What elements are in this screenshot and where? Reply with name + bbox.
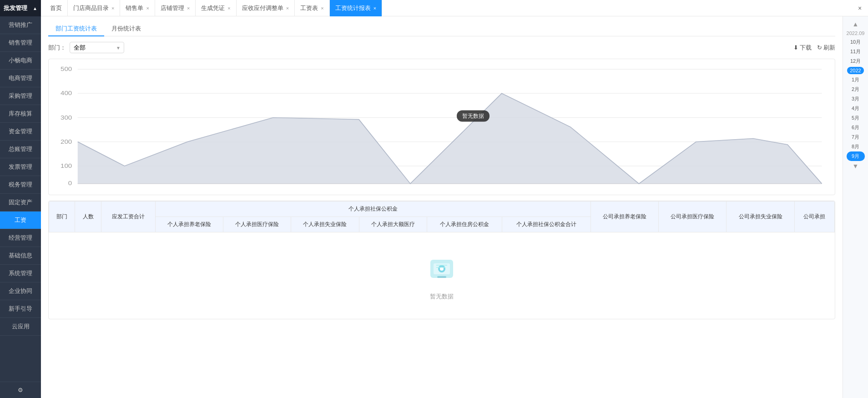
sidebar-item-gdzc[interactable]: 固定资产	[0, 194, 41, 212]
sub-tab-month[interactable]: 月份统计表	[104, 22, 148, 36]
svg-text:300: 300	[61, 115, 72, 121]
sidebar-item-jcxx[interactable]: 基础信息	[0, 247, 41, 265]
timeline-month-aug[interactable]: 8月	[847, 142, 865, 151]
empty-illustration	[424, 251, 460, 287]
svg-rect-17	[437, 276, 446, 278]
table-wrapper: 部门 人数 应发工资合计 个人承担社保公积金 公司承担养老保险 公司承担医疗保险…	[48, 201, 835, 319]
timeline-month-apr[interactable]: 4月	[847, 104, 865, 113]
tab-close-ar-ap[interactable]: ×	[286, 5, 289, 11]
sub-tab-dept[interactable]: 部门工资统计表	[48, 22, 104, 36]
dept-select-wrapper: 全部	[70, 42, 124, 53]
page-content: 部门工资统计表 月份统计表 部门： 全部 ⬇ 下载	[41, 16, 843, 398]
sidebar-item-yyyp[interactable]: 云应用	[0, 318, 41, 336]
no-data-tooltip: 暂无数据	[457, 111, 490, 122]
th-personal-housing: 个人承担住房公积金	[427, 217, 502, 232]
svg-marker-12	[78, 93, 822, 183]
th-company-medical: 公司承担医疗保险	[659, 202, 727, 232]
timeline-panel: ▲ 2022.09 10月 11月 12月 2022 1月 2月 3月 4月 5…	[843, 16, 868, 398]
payroll-table: 部门 人数 应发工资合计 个人承担社保公积金 公司承担养老保险 公司承担医疗保险…	[49, 201, 835, 319]
th-personal-medical: 个人承担医疗保险	[223, 217, 291, 232]
sidebar-settings[interactable]: ⚙	[0, 382, 41, 398]
table-empty-row: 暂无数据	[49, 232, 835, 319]
th-company-pension: 公司承担养老保险	[590, 202, 658, 232]
timeline-month-mar[interactable]: 3月	[847, 94, 865, 104]
th-company-unemp: 公司承担失业保险	[727, 202, 794, 232]
th-personal-group: 个人承担社保公积金	[155, 202, 590, 217]
tab-close-sales[interactable]: ×	[146, 5, 149, 11]
dept-select[interactable]: 全部	[70, 42, 124, 53]
sidebar-header[interactable]: 批发管理 ▲	[0, 0, 41, 16]
main-area: 首页 门店商品目录 × 销售单 × 店铺管理 × 生成凭证 × 应收应付调整单 …	[41, 0, 868, 398]
th-personal-major: 个人承担大额医疗	[359, 217, 427, 232]
sidebar-item-zzgl[interactable]: 总账管理	[0, 141, 41, 158]
svg-text:200: 200	[61, 139, 72, 145]
refresh-icon: ↻	[817, 44, 822, 51]
timeline-month-feb[interactable]: 2月	[847, 85, 865, 94]
tab-sales[interactable]: 销售单 ×	[120, 0, 155, 16]
area-chart: 500 400 300 200 100 0	[56, 66, 828, 187]
tab-voucher[interactable]: 生成凭证 ×	[196, 0, 236, 16]
timeline-month-jun[interactable]: 6月	[847, 123, 865, 132]
tab-close-payroll-report[interactable]: ×	[373, 5, 376, 11]
sidebar-item-xsyd[interactable]: 新手引导	[0, 300, 41, 318]
sidebar-item-xtgl[interactable]: 系统管理	[0, 265, 41, 282]
timeline-month-sep[interactable]: 9月	[847, 151, 865, 161]
tab-close-store-mgmt[interactable]: ×	[187, 5, 190, 11]
timeline-month-oct[interactable]: 10月	[847, 37, 865, 47]
tab-home[interactable]: 首页	[45, 0, 68, 16]
svg-text:0: 0	[68, 180, 72, 186]
timeline-month-dec[interactable]: 12月	[847, 56, 865, 66]
download-icon: ⬇	[793, 44, 798, 51]
timeline-up-nav[interactable]: ▲	[851, 19, 860, 29]
tab-ar-ap[interactable]: 应收应付调整单 ×	[237, 0, 295, 16]
tab-close-all-button[interactable]: ×	[855, 4, 864, 13]
sidebar-collapse-icon[interactable]: ▲	[33, 6, 37, 11]
tab-close-payroll[interactable]: ×	[321, 5, 323, 11]
timeline-down-nav[interactable]: ▼	[851, 161, 860, 171]
tab-close-store-catalog[interactable]: ×	[111, 5, 114, 11]
sidebar-item-fpgl[interactable]: 发票管理	[0, 158, 41, 176]
svg-text:400: 400	[61, 91, 72, 96]
sidebar-item-jygl[interactable]: 经营管理	[0, 229, 41, 247]
refresh-button[interactable]: ↻ 刷新	[817, 44, 835, 52]
th-total: 应发工资合计	[101, 202, 155, 232]
th-personal-total: 个人承担社保公积金合计	[502, 217, 590, 232]
sidebar-item-yxtt[interactable]: 营销推广	[0, 16, 41, 34]
content-area: 部门工资统计表 月份统计表 部门： 全部 ⬇ 下载	[41, 16, 868, 398]
toolbar-row: 部门： 全部 ⬇ 下载 ↻ 刷新	[48, 42, 835, 53]
empty-state: 暂无数据	[49, 232, 835, 319]
sidebar-item-qyxt[interactable]: 企业协同	[0, 282, 41, 300]
sidebar-item-cggl[interactable]: 采购管理	[0, 87, 41, 105]
timeline-month-may[interactable]: 5月	[847, 113, 865, 123]
sidebar-item-xsgl[interactable]: 销售管理	[0, 34, 41, 52]
tab-bar-right: ×	[855, 4, 864, 13]
tab-payroll-report[interactable]: 工资统计报表 ×	[330, 0, 382, 16]
sidebar-title: 批发管理	[4, 4, 27, 12]
timeline-month-jan[interactable]: 1月	[847, 75, 865, 85]
svg-text:100: 100	[61, 163, 72, 169]
sidebar-item-xcdsc[interactable]: 小畅电商	[0, 52, 41, 70]
toolbar-left: 部门： 全部	[48, 42, 124, 53]
timeline-month-jul[interactable]: 7月	[847, 132, 865, 142]
toolbar-right: ⬇ 下载 ↻ 刷新	[793, 44, 835, 52]
gear-icon: ⚙	[18, 387, 23, 393]
download-button[interactable]: ⬇ 下载	[793, 44, 812, 52]
sidebar-item-gz[interactable]: 工资	[0, 212, 41, 229]
tab-payroll[interactable]: 工资表 ×	[295, 0, 329, 16]
sidebar-item-dscgl[interactable]: 电商管理	[0, 70, 41, 87]
th-count: 人数	[75, 202, 101, 232]
th-personal-pension: 个人承担养老保险	[155, 217, 223, 232]
svg-text:500: 500	[61, 66, 72, 72]
th-personal-unemp: 个人承担失业保险	[291, 217, 359, 232]
sidebar-item-swgl[interactable]: 税务管理	[0, 176, 41, 194]
tab-store-mgmt[interactable]: 店铺管理 ×	[155, 0, 196, 16]
timeline-year-badge-2022: 2022	[847, 67, 863, 74]
tab-bar: 首页 门店商品目录 × 销售单 × 店铺管理 × 生成凭证 × 应收应付调整单 …	[41, 0, 868, 16]
tab-close-voucher[interactable]: ×	[227, 5, 230, 11]
dept-label: 部门：	[48, 44, 66, 52]
sidebar-item-zjgl[interactable]: 资金管理	[0, 123, 41, 141]
th-dept: 部门	[49, 202, 75, 232]
timeline-month-nov[interactable]: 11月	[847, 47, 865, 56]
tab-store-catalog[interactable]: 门店商品目录 ×	[68, 0, 120, 16]
sidebar-item-kchs[interactable]: 库存核算	[0, 105, 41, 123]
